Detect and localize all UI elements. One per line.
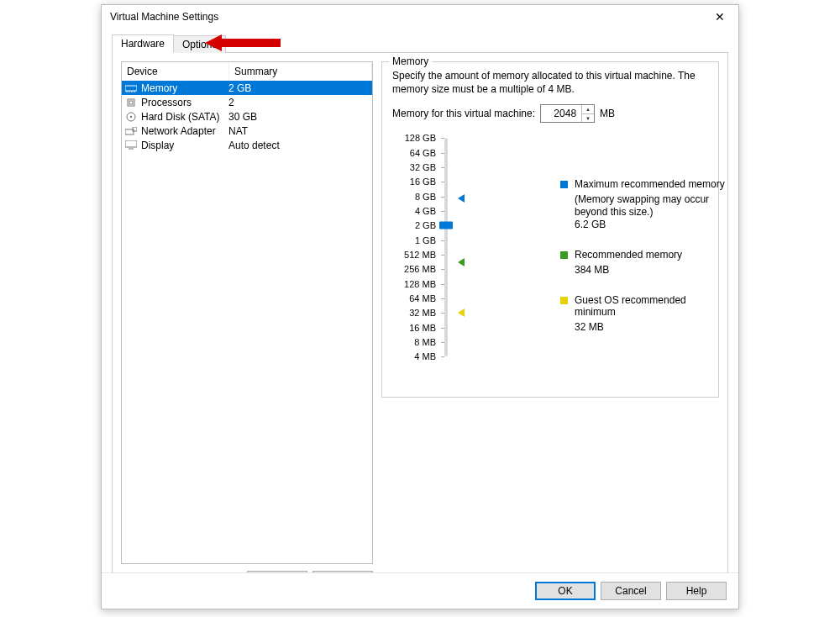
svg-rect-11 <box>125 140 137 147</box>
legend-max-value: 6.2 GB <box>575 219 728 230</box>
legend-rec: Recommended memory <box>560 249 728 261</box>
legend-rec-value: 384 MB <box>575 264 728 276</box>
memory-icon <box>124 82 138 94</box>
window-titlebar: Virtual Machine Settings ✕ <box>102 5 738 29</box>
memory-slider-handle[interactable] <box>439 222 453 229</box>
spin-down-icon[interactable]: ▼ <box>582 114 594 123</box>
legend-max-sub: (Memory swapping may occur beyond this s… <box>575 193 728 219</box>
disk-icon <box>124 111 138 123</box>
memory-legend: Maximum recommended memory (Memory swapp… <box>560 178 728 333</box>
memory-slider-track[interactable] <box>444 138 448 356</box>
rec-marker-icon <box>458 258 465 266</box>
memory-spinbox[interactable]: ▲ ▼ <box>540 104 595 123</box>
slider-tick-label: 2 GB <box>415 220 436 230</box>
legend-max-swatch <box>560 181 568 188</box>
device-summary: Auto detect <box>228 140 370 151</box>
device-row[interactable]: Memory 2 GB <box>122 81 372 95</box>
device-panel: Device Summary Memory 2 GB Proces <box>121 61 373 589</box>
network-icon <box>124 125 138 137</box>
memory-slider-area: 128 GB64 GB32 GB16 GB8 GB4 GB2 GB1 GB512… <box>392 138 708 373</box>
slider-tick-label: 256 MB <box>404 264 436 274</box>
tab-strip: Hardware Options <box>112 34 728 52</box>
column-device[interactable]: Device <box>122 63 229 80</box>
memory-panel: Memory Specify the amount of memory allo… <box>381 61 719 398</box>
device-name: Memory <box>141 82 228 94</box>
ok-button[interactable]: OK <box>535 582 596 600</box>
slider-tick-label: 1 GB <box>415 235 436 245</box>
memory-input-row: Memory for this virtual machine: ▲ ▼ MB <box>392 104 708 123</box>
cancel-button[interactable]: Cancel <box>601 582 661 600</box>
legend-rec-label: Recommended memory <box>575 249 682 261</box>
tab-pane: Device Summary Memory 2 GB Proces <box>112 52 728 599</box>
dialog-button-bar: OK Cancel Help <box>102 572 738 609</box>
legend-max-label: Maximum recommended memory <box>575 178 725 190</box>
tab-options[interactable]: Options <box>173 35 226 53</box>
cpu-icon <box>124 97 138 108</box>
device-name: Network Adapter <box>141 125 228 137</box>
svg-point-8 <box>130 115 132 117</box>
device-row[interactable]: Display Auto detect <box>122 138 372 152</box>
max-marker-icon <box>458 194 465 203</box>
memory-title: Memory <box>389 55 432 67</box>
settings-window: Virtual Machine Settings ✕ Hardware Opti… <box>101 4 739 609</box>
device-rows: Memory 2 GB Processors 2 Hard Disk (SATA… <box>122 81 372 152</box>
display-icon <box>124 140 138 151</box>
device-list[interactable]: Device Summary Memory 2 GB Proces <box>121 61 373 564</box>
legend-min-label: Guest OS recommended minimum <box>575 294 728 318</box>
legend-rec-swatch <box>560 251 568 259</box>
help-button[interactable]: Help <box>666 582 727 600</box>
device-summary: NAT <box>228 125 370 137</box>
slider-tick-label: 128 GB <box>405 133 436 143</box>
svg-rect-0 <box>125 86 137 91</box>
device-list-headers: Device Summary <box>122 62 372 81</box>
device-name: Processors <box>141 97 228 108</box>
column-summary[interactable]: Summary <box>229 63 372 80</box>
device-row[interactable]: Network Adapter NAT <box>122 124 372 138</box>
memory-unit: MB <box>600 108 615 119</box>
memory-description: Specify the amount of memory allocated t… <box>392 69 708 96</box>
slider-tick-label: 32 GB <box>410 162 436 172</box>
device-name: Hard Disk (SATA) <box>141 111 228 123</box>
device-row[interactable]: Hard Disk (SATA) 30 GB <box>122 109 372 124</box>
slider-tick-label: 128 MB <box>404 279 436 289</box>
spin-buttons: ▲ ▼ <box>581 105 594 122</box>
memory-value-input[interactable] <box>541 105 581 122</box>
legend-min: Guest OS recommended minimum <box>560 294 728 318</box>
memory-input-label: Memory for this virtual machine: <box>392 108 535 119</box>
device-row[interactable]: Processors 2 <box>122 95 372 109</box>
tab-hardware[interactable]: Hardware <box>112 34 174 53</box>
svg-rect-5 <box>128 99 134 106</box>
slider-tick-label: 64 GB <box>410 148 436 158</box>
min-marker-icon <box>458 308 465 317</box>
close-icon[interactable]: ✕ <box>701 5 738 29</box>
legend-min-swatch <box>560 297 568 304</box>
slider-tick-label: 512 MB <box>404 250 436 260</box>
device-summary: 2 <box>228 97 370 108</box>
window-title: Virtual Machine Settings <box>110 11 218 23</box>
spin-up-icon[interactable]: ▲ <box>582 105 594 114</box>
legend-max: Maximum recommended memory <box>560 178 728 190</box>
device-summary: 30 GB <box>228 111 370 123</box>
slider-tick-label: 4 GB <box>415 206 436 216</box>
slider-tick-label: 16 MB <box>409 323 436 333</box>
slider-tick-label: 64 MB <box>409 293 436 303</box>
window-body: Hardware Options Device Summary <box>102 29 738 604</box>
slider-tick-label: 8 MB <box>414 337 436 347</box>
legend-min-value: 32 MB <box>575 321 728 333</box>
device-summary: 2 GB <box>228 82 370 94</box>
device-name: Display <box>141 140 228 151</box>
slider-tick-label: 4 MB <box>414 351 436 361</box>
svg-rect-6 <box>129 101 133 104</box>
slider-tick-label: 8 GB <box>415 192 436 202</box>
slider-tick-label: 32 MB <box>409 308 436 318</box>
slider-tick-label: 16 GB <box>410 177 436 187</box>
